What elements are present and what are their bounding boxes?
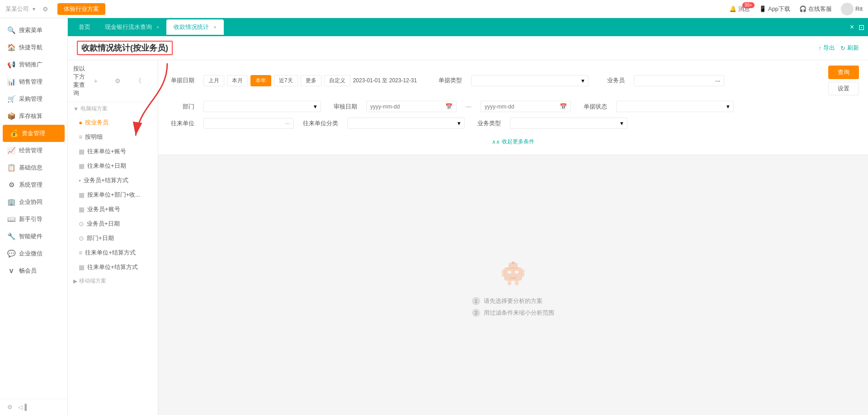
user-avatar[interactable]: Rit	[841, 3, 863, 15]
scheme-cp-date-icon: ▦	[79, 162, 85, 170]
date-btn-last-month[interactable]: 上月	[203, 75, 224, 86]
sidebar-item-quicknav[interactable]: 🏠 快捷导航	[0, 39, 67, 56]
scheme-cp-settlement2[interactable]: ▦ 往来单位+结算方式	[68, 260, 158, 274]
page-header: 收款情况统计(按业务员) ↑ 导出 ↻ 刷新	[68, 36, 868, 60]
sidebar-item-enterprise[interactable]: 🏢 企业协同	[0, 193, 67, 211]
review-date-start[interactable]: 📅	[366, 101, 457, 112]
settings-button[interactable]: 设置	[828, 82, 859, 95]
date-options-group: 上月 本月 本年 近7天 更多 自定义 2023-01-01 至 2023-12…	[203, 75, 417, 86]
biz-type-select[interactable]: ▾	[510, 118, 627, 129]
tab-collection[interactable]: 收款情况统计 ×	[166, 19, 223, 35]
sidebar-label-sales: 销售管理	[19, 78, 42, 86]
sales-icon: 📊	[7, 78, 15, 86]
refresh-button[interactable]: ↻ 刷新	[840, 44, 859, 52]
app-download-button[interactable]: 📱 App下载	[759, 5, 790, 13]
collapse-sidebar-icon[interactable]: ◁▐	[18, 404, 27, 410]
dept-select[interactable]: ▾	[203, 101, 321, 112]
empty-hint-1: 1 请先选择要分析的方案	[472, 297, 554, 305]
date-btn-this-year[interactable]: 本年	[250, 75, 271, 86]
inventory-icon: 📦	[7, 112, 15, 120]
sidebar-item-sales[interactable]: 📊 销售管理	[0, 73, 67, 90]
message-button[interactable]: 🔔 消息 99+	[729, 5, 750, 13]
guide-icon: 📖	[7, 215, 15, 223]
date-separator: —	[466, 103, 472, 110]
date-btn-this-month[interactable]: 本月	[227, 75, 248, 86]
scheme-by-detail[interactable]: ≡ 按明细	[68, 130, 158, 144]
tab-bank-close[interactable]: ×	[156, 24, 159, 30]
scheme-sp-acc-label: 业务员+账号	[87, 205, 120, 213]
tab-bank[interactable]: 现金银行流水查询 ×	[98, 19, 166, 35]
sidebar-item-inventory[interactable]: 📦 库存核算	[0, 108, 67, 125]
tab-home[interactable]: 首页	[71, 19, 98, 35]
sidebar-item-marketing[interactable]: 📢 营销推广	[0, 56, 67, 73]
date-btn-more[interactable]: 更多	[301, 75, 321, 86]
mobile-collapse-arrow[interactable]: ▶	[73, 278, 77, 284]
window-maximize-icon[interactable]: ⊡	[859, 23, 864, 32]
window-close-icon[interactable]: ×	[850, 23, 854, 32]
sidebar-item-guide[interactable]: 📖 新手引导	[0, 211, 67, 228]
doc-status-select[interactable]: ▾	[616, 101, 734, 112]
scheme-salesperson-date[interactable]: ⊙ 业务员+日期	[68, 217, 158, 231]
scheme-counterparty-dept[interactable]: ▦ 按来单位+部门+收...	[68, 188, 158, 202]
home-icon: 🏠	[7, 43, 15, 52]
collapse-panel-icon[interactable]: 《	[135, 77, 152, 85]
empty-state: 1 请先选择要分析的方案 2 用过滤条件来缩小分析范围	[158, 155, 868, 415]
sidebar-item-finance[interactable]: 💰 资金管理	[3, 125, 65, 142]
scheme-counterparty-date[interactable]: ▦ 往来单位+日期	[68, 159, 158, 173]
top-bar-left: 某某公司 ▾ ⚙ 体验行业方案	[5, 3, 105, 15]
settings-bottom-icon[interactable]: ⚙	[7, 404, 13, 410]
doc-type-label: 单据类型	[435, 76, 462, 85]
gear-icon[interactable]: ⚙	[42, 5, 48, 13]
date-btn-custom[interactable]: 自定义	[324, 75, 350, 86]
collapse-button[interactable]: ∧∧ 收起更多条件	[492, 138, 534, 146]
sidebar-item-operations[interactable]: 📈 经营管理	[0, 142, 67, 159]
doc-type-select[interactable]: ▾	[471, 75, 589, 86]
sidebar-bottom: ⚙ ◁▐	[0, 399, 67, 415]
sidebar-label-operations: 经营管理	[19, 146, 42, 155]
date-range-display: 2023-01-01 至 2023-12-31	[353, 77, 417, 85]
collapse-up-icon: ∧∧	[492, 139, 500, 145]
review-date-end[interactable]: 📅	[481, 101, 571, 112]
sidebar-label-marketing: 营销推广	[19, 61, 42, 69]
sidebar-item-search[interactable]: 🔍 搜索菜单	[0, 22, 67, 39]
date-btn-7days[interactable]: 近7天	[274, 75, 298, 86]
desktop-scheme-label: ▼ 电脑端方案	[68, 102, 158, 115]
counterparty-search-input[interactable]	[208, 120, 283, 127]
scheme-cp-settlement1[interactable]: ≡ 往来单位+结算方式	[68, 245, 158, 260]
counterparty-more-btn[interactable]: ···	[285, 120, 290, 127]
chevron-down-icon[interactable]: ▾	[33, 6, 35, 12]
trial-button[interactable]: 体验行业方案	[57, 3, 105, 15]
sidebar-label-purchase: 采购管理	[19, 95, 42, 103]
chevron-down-dept: ▾	[314, 103, 317, 110]
counterparty-input[interactable]: ···	[203, 118, 294, 129]
online-service-button[interactable]: 🎧 在线客服	[799, 5, 832, 13]
sidebar-item-wechat[interactable]: 💬 企业微信	[0, 245, 67, 262]
date-filter-label: 单据日期	[167, 76, 194, 85]
scheme-by-salesperson[interactable]: ● 按业务员	[68, 115, 158, 130]
review-end-input[interactable]	[485, 104, 558, 110]
add-scheme-button[interactable]: +	[94, 77, 111, 85]
sidebar-label-hardware: 智能硬件	[19, 232, 42, 241]
scheme-sp-set-icon: ▪	[79, 177, 81, 184]
tab-collection-label: 收款情况统计	[174, 23, 209, 31]
export-button[interactable]: ↑ 导出	[819, 44, 835, 52]
scheme-counterparty-account[interactable]: ▦ 往来单位+账号	[68, 144, 158, 159]
scheme-settings-icon[interactable]: ⚙	[115, 77, 132, 85]
filter-row-3: 往来单位 ··· 往来单位分类 ▾ 业务类型 ▾	[167, 118, 859, 129]
sidebar-item-member[interactable]: V 畅会员	[0, 262, 67, 279]
query-button[interactable]: 查询	[828, 66, 859, 79]
sidebar-item-basic[interactable]: 📋 基础信息	[0, 159, 67, 176]
bell-icon: 🔔	[729, 5, 736, 12]
sidebar-item-system[interactable]: ⚙ 系统管理	[0, 176, 67, 193]
tab-collection-close[interactable]: ×	[213, 24, 216, 30]
counterparty-category-select[interactable]: ▾	[347, 118, 465, 129]
sidebar-item-purchase[interactable]: 🛒 采购管理	[0, 90, 67, 108]
scheme-salesperson-account[interactable]: ▦ 业务员+账号	[68, 202, 158, 217]
salesperson-select[interactable]: ···	[634, 75, 724, 86]
scheme-salesperson-settlement[interactable]: ▪ 业务员+结算方式	[68, 173, 158, 188]
basic-icon: 📋	[7, 164, 15, 172]
scheme-dept-date[interactable]: ⊙ 部门+日期	[68, 231, 158, 245]
review-start-input[interactable]	[370, 104, 443, 110]
collapse-arrow[interactable]: ▼	[73, 106, 79, 112]
sidebar-item-hardware[interactable]: 🔧 智能硬件	[0, 228, 67, 245]
